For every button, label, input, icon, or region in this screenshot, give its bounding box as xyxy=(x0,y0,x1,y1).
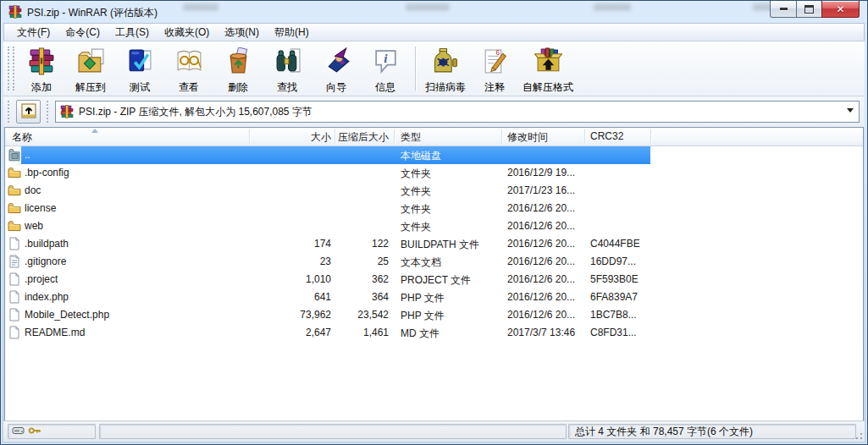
comment-icon: 6 xyxy=(481,47,509,78)
table-row[interactable]: web文件夹2016/12/6 20... xyxy=(5,217,863,235)
resize-grip[interactable] xyxy=(853,430,863,440)
table-row[interactable]: index.php641364PHP 文件2016/12/6 20...6FA8… xyxy=(5,288,863,306)
cell-type: MD 文件 xyxy=(401,327,440,341)
titlebar[interactable]: PSI.zip - WinRAR (评估版本) ✕ xyxy=(1,1,867,23)
table-row[interactable]: Mobile_Detect.php73,96223,542PHP 文件2016/… xyxy=(5,306,863,324)
scan-virus-button[interactable]: 扫描病毒 xyxy=(422,42,469,98)
cell-modified: 2016/12/6 20... xyxy=(507,202,575,214)
delete-icon xyxy=(224,47,252,78)
sfx-button[interactable]: 自解压格式 xyxy=(520,42,576,98)
file-icon xyxy=(8,308,22,321)
column-header-type[interactable]: 类型 xyxy=(401,130,421,145)
table-row[interactable]: README.md2,6471,461MD 文件2017/3/7 13:46C8… xyxy=(5,324,863,342)
cell-packed: 122 xyxy=(338,238,389,250)
cell-modified: 2016/12/6 20... xyxy=(507,291,575,303)
folder-icon xyxy=(8,184,22,197)
cell-name: .buildpath xyxy=(25,238,69,250)
cell-size: 23 xyxy=(255,255,331,267)
cell-type: 文件夹 xyxy=(401,167,431,181)
combobox-dropdown-icon[interactable] xyxy=(847,108,854,113)
column-separator[interactable] xyxy=(249,129,250,144)
info-button[interactable]: i 信息 xyxy=(362,42,409,98)
cell-type: PROJECT 文件 xyxy=(401,273,471,288)
menu-tools[interactable]: 工具(S) xyxy=(108,24,157,41)
column-header-name[interactable]: 名称 xyxy=(12,130,32,145)
column-separator[interactable] xyxy=(394,129,395,144)
cell-type: BUILDPATH 文件 xyxy=(401,238,479,252)
minimize-icon xyxy=(780,8,788,10)
test-icon xyxy=(126,47,154,78)
cell-size: 2,647 xyxy=(255,327,331,338)
column-header-packed[interactable]: 压缩后大小 xyxy=(329,130,389,145)
column-separator[interactable] xyxy=(584,129,585,144)
cell-packed: 23,542 xyxy=(338,309,389,321)
archive-path-combobox[interactable]: PSI.zip - ZIP 压缩文件, 解包大小为 15,607,085 字节 xyxy=(55,101,860,123)
column-separator[interactable] xyxy=(650,129,651,144)
up-one-level-button[interactable] xyxy=(16,100,41,124)
key-icon[interactable] xyxy=(28,424,44,440)
cell-size: 1,010 xyxy=(255,273,331,285)
table-row[interactable]: .buildpath174122BUILDPATH 文件2016/12/6 20… xyxy=(5,235,863,253)
maximize-button[interactable] xyxy=(797,1,821,18)
cell-modified: 2016/12/9 19... xyxy=(507,167,575,179)
minimize-button[interactable] xyxy=(770,1,797,18)
table-row[interactable]: .project1,010362PROJECT 文件2016/12/6 20..… xyxy=(5,271,863,288)
test-button[interactable]: 测试 xyxy=(116,42,163,98)
menu-options[interactable]: 选项(N) xyxy=(217,24,267,41)
find-button[interactable]: 查找 xyxy=(263,42,311,98)
cell-type: 文件夹 xyxy=(401,202,431,217)
statusbar-icons-panel xyxy=(8,424,96,439)
info-icon: i xyxy=(372,47,400,78)
toolbar-grip[interactable] xyxy=(8,47,14,91)
add-button[interactable]: 添加 xyxy=(18,42,65,98)
table-row[interactable]: ..本地磁盘 xyxy=(5,146,863,164)
toolbar-label: 信息 xyxy=(375,80,395,95)
cell-modified: 2016/12/6 20... xyxy=(507,273,575,285)
toolbar-label: 扫描病毒 xyxy=(425,80,466,95)
menu-help[interactable]: 帮助(H) xyxy=(267,24,317,41)
drive-icon[interactable] xyxy=(12,424,28,440)
table-row[interactable]: .gitignore2325文本文档2016/12/6 20...16DD97.… xyxy=(5,253,863,271)
column-separator[interactable] xyxy=(501,129,502,144)
window-title: PSI.zip - WinRAR (评估版本) xyxy=(27,6,158,20)
file-icon xyxy=(8,326,22,339)
column-separator[interactable] xyxy=(334,129,335,144)
menu-favorites[interactable]: 收藏夹(O) xyxy=(157,24,217,41)
winrar-window: PSI.zip - WinRAR (评估版本) ✕ 文件(F) 命令(C) 工具… xyxy=(0,0,868,445)
combo-grip[interactable] xyxy=(47,101,52,123)
cell-name: .bp-config xyxy=(25,167,69,179)
column-header-crc32[interactable]: CRC32 xyxy=(590,130,623,142)
comment-button[interactable]: 6 注释 xyxy=(471,42,518,98)
text-file-icon xyxy=(8,255,22,268)
column-header-modified[interactable]: 修改时间 xyxy=(507,130,548,145)
delete-button[interactable]: 删除 xyxy=(214,42,262,98)
close-button[interactable]: ✕ xyxy=(821,1,860,18)
folder-icon xyxy=(8,219,22,233)
menu-commands[interactable]: 命令(C) xyxy=(58,24,108,41)
cell-packed: 362 xyxy=(338,273,389,285)
list-header: 名称 大小 压缩后大小 类型 修改时间 CRC32 xyxy=(5,128,863,146)
table-row[interactable]: license文件夹2016/12/6 20... xyxy=(5,200,863,217)
toolbar-label: 向导 xyxy=(326,80,346,95)
table-row[interactable]: .bp-config文件夹2016/12/9 19... xyxy=(5,164,863,182)
cell-name: .project xyxy=(25,273,58,285)
extract-to-button[interactable]: 解压到 xyxy=(67,42,114,98)
cell-name: .. xyxy=(25,149,30,161)
totals-text: 总计 4 文件夹 和 78,457 字节(6 个文件) xyxy=(575,425,753,439)
column-header-size[interactable]: 大小 xyxy=(255,130,331,145)
cell-type: 文本文档 xyxy=(401,255,441,270)
table-row[interactable]: doc文件夹2017/1/23 16... xyxy=(5,182,863,200)
wizard-button[interactable]: 向导 xyxy=(312,42,360,98)
toolbar-label: 测试 xyxy=(130,80,150,95)
toolbar-separator xyxy=(415,47,416,91)
cell-packed: 1,461 xyxy=(338,327,389,338)
view-button[interactable]: 查看 xyxy=(165,42,213,98)
cell-crc: 1BC7B8... xyxy=(590,309,637,321)
addressbar-grip[interactable] xyxy=(8,101,13,123)
cell-crc: 6FA839A7 xyxy=(590,291,638,303)
glass-artifact xyxy=(183,3,218,11)
toolbar-label: 查找 xyxy=(277,80,297,95)
statusbar: 总计 4 文件夹 和 78,457 字节(6 个文件) xyxy=(3,420,865,442)
cell-name: doc xyxy=(25,184,41,196)
menu-file[interactable]: 文件(F) xyxy=(9,24,58,41)
